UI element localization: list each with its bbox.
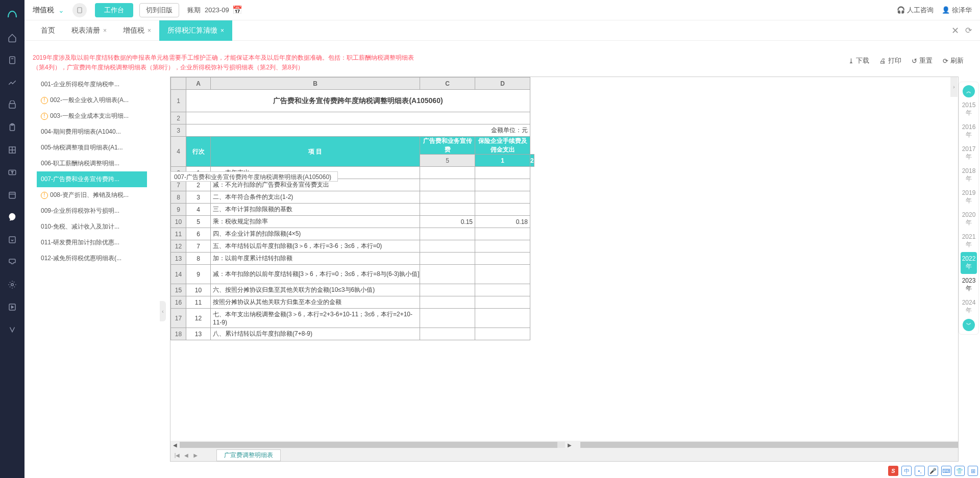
table-icon[interactable] [7,145,17,155]
row-header[interactable]: 5 [420,155,475,167]
value-cell[interactable]: 0.15 [420,216,475,228]
form-list-item[interactable]: 009-企业所得税弥补亏损明... [37,203,147,219]
row-header[interactable]: 8 [171,191,186,204]
value-cell[interactable] [420,179,475,191]
form-list-item[interactable]: 005-纳税调整项目明细表(A1... [37,140,147,156]
calendar-icon[interactable] [7,190,17,200]
seq-cell[interactable]: 13 [186,328,211,340]
row-header[interactable]: 15 [171,284,186,296]
value-cell[interactable] [475,309,530,328]
row-header[interactable]: 16 [171,296,186,309]
row-header[interactable]: 11 [171,228,186,240]
seq-cell[interactable]: 6 [186,228,211,240]
item-cell[interactable]: 二、本年符合条件的支出(1-2) [211,191,420,204]
reset-button[interactable]: ↺重置 [912,56,933,65]
close-icon[interactable]: × [148,27,151,34]
row-header[interactable]: 13 [171,253,186,265]
doc-icon[interactable] [7,55,17,65]
value-cell[interactable] [420,167,475,179]
row-header[interactable]: 14 [171,265,186,284]
seq-cell[interactable]: 7 [186,240,211,253]
scroll-thumb[interactable] [180,442,557,448]
calendar-picker-icon[interactable]: 📅 [232,5,242,15]
item-cell[interactable]: 加：以前年度累计结转扣除额 [211,253,420,265]
form-list-item[interactable]: 006-职工薪酬纳税调整明细... [37,156,147,171]
year-option[interactable]: 2018年 [959,164,978,186]
workspace-button[interactable]: 工作台 [95,3,133,17]
row-header[interactable]: 2 [171,112,186,124]
item-cell[interactable]: 三、本年计算扣除限额的基数 [211,204,420,216]
form-list-item[interactable]: 007-广告费和业务宣传费跨... [37,171,147,187]
ime-lang-icon[interactable]: 中 [901,466,912,476]
value-cell[interactable] [475,191,530,204]
year-option[interactable]: 2022年 [961,252,977,274]
item-cell[interactable]: 六、按照分摊协议归集至其他关联方的金额(10≤3与6孰小值) [211,284,420,296]
value-cell[interactable] [420,228,475,240]
seq-cell[interactable]: 11 [186,296,211,309]
switch-old-button[interactable]: 切到旧版 [139,3,179,17]
value-cell[interactable] [475,167,530,179]
value-cell[interactable] [475,228,530,240]
gear-icon[interactable] [7,280,17,290]
form-list-item[interactable]: 010-免税、减计收入及加计... [37,219,147,235]
item-cell[interactable]: 减：本年扣除的以前年度结转额[3＞6，本行=0；3≤6，本行=8与(6-3)孰小… [211,265,420,284]
row-header[interactable]: 10 [171,216,186,228]
value-cell[interactable] [420,253,475,265]
scroll-left-icon[interactable]: ◀ [170,442,180,448]
row-header[interactable]: 1 [171,90,186,112]
inbox-icon[interactable] [7,257,17,267]
value-cell[interactable] [475,204,530,216]
row-header[interactable]: 3 [171,124,186,137]
value-cell[interactable] [475,265,530,284]
tab-首页[interactable]: 首页 [33,20,63,41]
item-cell[interactable]: 八、累计结转以后年度扣除额(7+8-9) [211,328,420,340]
value-cell[interactable] [420,296,475,309]
value-cell[interactable] [420,204,475,216]
home-icon[interactable] [7,33,17,43]
row-header[interactable]: 4 [171,137,186,167]
year-option[interactable]: 2024年 [959,296,978,318]
value-cell[interactable] [420,240,475,253]
value-cell[interactable] [475,179,530,191]
col-header-d[interactable]: D [475,78,530,90]
year-option[interactable]: 2016年 [959,120,978,142]
refresh-tabs-icon[interactable]: ⟳ [965,26,972,35]
year-option[interactable]: 2021年 [959,230,978,252]
year-down-icon[interactable]: ︾ [963,319,975,331]
archive-icon[interactable] [7,235,17,245]
value-cell[interactable] [475,284,530,296]
value-cell[interactable] [475,240,530,253]
year-option[interactable]: 2019年 [959,186,978,208]
frame-icon[interactable]: T [7,167,17,178]
sheet-nav-first-icon[interactable]: |◀ [173,452,182,458]
ime-skin-icon[interactable]: 👕 [954,466,965,476]
value-cell[interactable] [475,296,530,309]
seq-cell[interactable]: 9 [186,265,211,284]
value-cell[interactable] [420,328,475,340]
play-icon[interactable] [7,302,17,312]
year-up-icon[interactable]: ︽ [963,85,975,97]
user-menu[interactable]: 👤徐泽华 [942,6,972,15]
item-cell[interactable]: 按照分摊协议从其他关联方归集至本企业的金额 [211,296,420,309]
item-cell[interactable]: 乘：税收规定扣除率 [211,216,420,228]
round-icon-button[interactable] [72,3,87,17]
period-value[interactable]: 2023-09 [205,6,229,14]
close-icon[interactable]: × [220,27,224,34]
sheet-bottom-tab[interactable]: 广宣费调整明细表 [216,449,281,461]
seq-cell[interactable]: 12 [186,309,211,328]
consult-link[interactable]: 🎧人工咨询 [897,6,934,15]
form-list-item[interactable]: 012-减免所得税优惠明细表(... [37,250,147,266]
form-list-item[interactable]: !003-一般企业成本支出明细... [37,108,147,124]
value-cell[interactable] [475,253,530,265]
tax-icon[interactable] [7,212,17,222]
horizontal-scrollbar[interactable]: ◀ ▶ [170,441,958,449]
value-cell[interactable] [420,265,475,284]
tab-税表清册[interactable]: 税表清册× [63,20,115,41]
row-header[interactable]: 9 [171,204,186,216]
close-all-tabs-icon[interactable]: ✕ [951,25,959,36]
seq-cell[interactable]: 4 [186,204,211,216]
year-option[interactable]: 2015年 [959,98,978,120]
year-option[interactable]: 2017年 [959,142,978,164]
formula-bar[interactable]: 007-广告费和业务宣传费跨年度纳税调整明细表(A105060) [170,171,338,182]
value-cell[interactable] [420,191,475,204]
